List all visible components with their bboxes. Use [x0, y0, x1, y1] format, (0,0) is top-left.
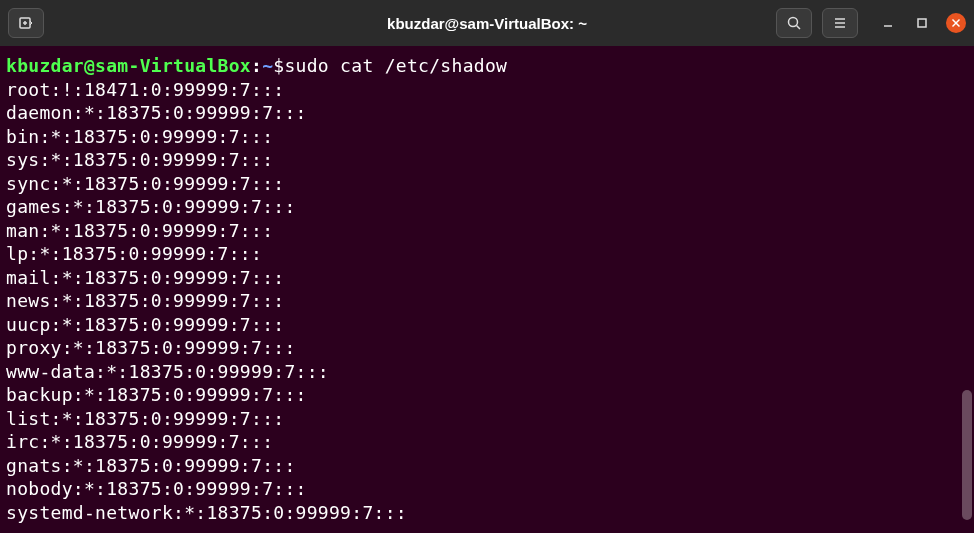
close-button[interactable]	[946, 13, 966, 33]
output-line: gnats:*:18375:0:99999:7:::	[6, 454, 968, 478]
output-line: sys:*:18375:0:99999:7:::	[6, 148, 968, 172]
output-line: lp:*:18375:0:99999:7:::	[6, 242, 968, 266]
svg-point-3	[789, 18, 798, 27]
output-line: mail:*:18375:0:99999:7:::	[6, 266, 968, 290]
prompt-colon: :	[251, 54, 262, 78]
output-line: uucp:*:18375:0:99999:7:::	[6, 313, 968, 337]
output-container: root:!:18471:0:99999:7:::daemon:*:18375:…	[6, 78, 968, 525]
output-line: nobody:*:18375:0:99999:7:::	[6, 477, 968, 501]
menu-button[interactable]	[822, 8, 858, 38]
maximize-button[interactable]	[912, 13, 932, 33]
output-line: man:*:18375:0:99999:7:::	[6, 219, 968, 243]
scrollbar-thumb[interactable]	[962, 390, 972, 520]
new-tab-icon	[18, 15, 34, 31]
minimize-button[interactable]	[878, 13, 898, 33]
maximize-icon	[916, 17, 928, 29]
hamburger-icon	[832, 15, 848, 31]
titlebar-right	[776, 8, 966, 38]
command-text: sudo cat /etc/shadow	[284, 54, 507, 78]
output-line: daemon:*:18375:0:99999:7:::	[6, 101, 968, 125]
output-line: www-data:*:18375:0:99999:7:::	[6, 360, 968, 384]
svg-line-4	[797, 26, 801, 30]
titlebar-left	[8, 8, 44, 38]
new-tab-button[interactable]	[8, 8, 44, 38]
output-line: irc:*:18375:0:99999:7:::	[6, 430, 968, 454]
output-line: systemd-network:*:18375:0:99999:7:::	[6, 501, 968, 525]
output-line: root:!:18471:0:99999:7:::	[6, 78, 968, 102]
prompt-user-host: kbuzdar@sam-VirtualBox	[6, 54, 251, 78]
output-line: sync:*:18375:0:99999:7:::	[6, 172, 968, 196]
output-line: games:*:18375:0:99999:7:::	[6, 195, 968, 219]
terminal-body[interactable]: kbuzdar@sam-VirtualBox:~$ sudo cat /etc/…	[0, 46, 974, 532]
output-line: proxy:*:18375:0:99999:7:::	[6, 336, 968, 360]
output-line: bin:*:18375:0:99999:7:::	[6, 125, 968, 149]
window-title: kbuzdar@sam-VirtualBox: ~	[387, 15, 587, 32]
output-line: news:*:18375:0:99999:7:::	[6, 289, 968, 313]
output-line: backup:*:18375:0:99999:7:::	[6, 383, 968, 407]
prompt-path: ~	[262, 54, 273, 78]
close-icon	[951, 18, 961, 28]
output-line: list:*:18375:0:99999:7:::	[6, 407, 968, 431]
titlebar: kbuzdar@sam-VirtualBox: ~	[0, 0, 974, 46]
window-controls	[878, 13, 966, 33]
svg-rect-9	[918, 19, 926, 27]
minimize-icon	[882, 17, 894, 29]
prompt-dollar: $	[273, 54, 284, 78]
prompt-line: kbuzdar@sam-VirtualBox:~$ sudo cat /etc/…	[6, 54, 968, 78]
search-icon	[786, 15, 802, 31]
search-button[interactable]	[776, 8, 812, 38]
